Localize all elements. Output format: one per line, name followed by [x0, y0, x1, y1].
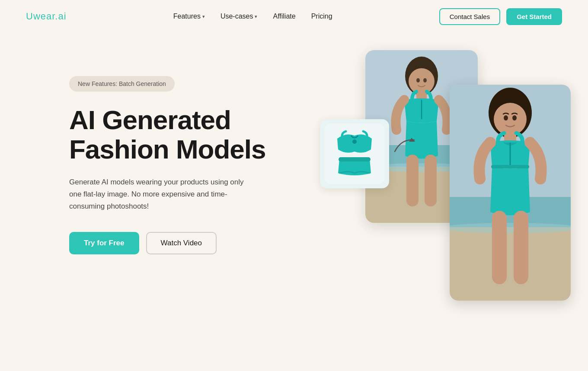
product-flatlay-image [320, 119, 389, 188]
get-started-button[interactable]: Get Started [506, 8, 562, 25]
navbar: Uwear.ai Features ▾ Use-cases ▾ Affiliat… [0, 0, 588, 33]
hero-description: Generate AI models wearing your products… [69, 176, 251, 212]
svg-rect-9 [425, 155, 437, 206]
svg-point-5 [409, 68, 435, 94]
svg-rect-14 [339, 157, 371, 162]
svg-rect-24 [514, 211, 528, 284]
svg-point-11 [423, 78, 427, 82]
watch-video-button[interactable]: Watch Video [146, 232, 217, 254]
feature-badge: New Features: Batch Generation [69, 76, 175, 92]
hero-cta-buttons: Try for Free Watch Video [69, 232, 265, 254]
svg-point-13 [352, 140, 357, 144]
hero-image-composition [320, 50, 571, 344]
nav-pricing[interactable]: Pricing [311, 13, 332, 20]
nav-use-cases[interactable]: Use-cases ▾ [220, 13, 258, 20]
contact-sales-button[interactable]: Contact Sales [439, 8, 500, 25]
svg-rect-23 [492, 211, 507, 284]
svg-point-25 [504, 115, 508, 120]
chevron-down-icon: ▾ [255, 14, 257, 19]
nav-features[interactable]: Features ▾ [173, 13, 205, 20]
svg-point-20 [494, 103, 527, 136]
svg-rect-17 [450, 227, 571, 301]
svg-point-10 [416, 78, 420, 82]
arrow-icon [393, 136, 419, 154]
svg-rect-8 [406, 155, 419, 206]
nav-affiliate[interactable]: Affiliate [273, 13, 295, 20]
hero-title: AI Generated Fashion Models [69, 105, 265, 164]
model-photo-right [450, 85, 571, 301]
hero-content: New Features: Batch Generation AI Genera… [69, 59, 265, 254]
svg-rect-27 [491, 165, 529, 168]
svg-point-26 [512, 115, 517, 120]
nav-links: Features ▾ Use-cases ▾ Affiliate Pricing [173, 13, 332, 20]
hero-section: New Features: Batch Generation AI Genera… [0, 33, 588, 335]
try-free-button[interactable]: Try for Free [69, 232, 139, 254]
svg-point-18 [450, 223, 571, 233]
nav-actions: Contact Sales Get Started [439, 8, 562, 25]
logo[interactable]: Uwear.ai [26, 11, 67, 22]
chevron-down-icon: ▾ [202, 14, 205, 19]
